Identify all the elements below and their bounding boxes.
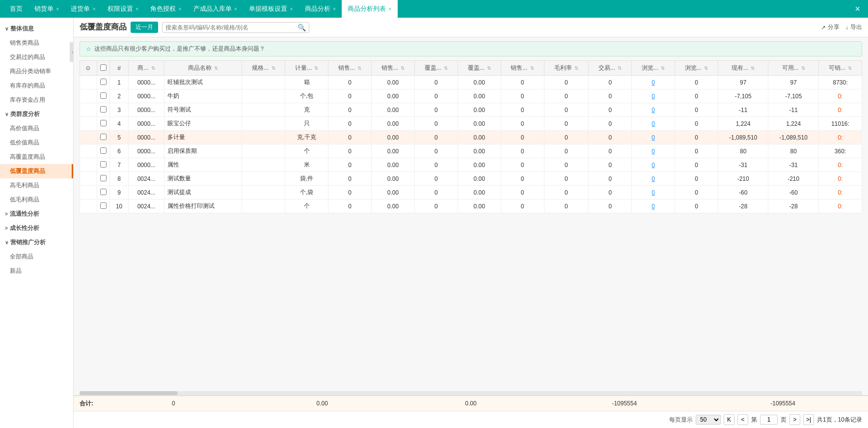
row-checkbox[interactable] [100, 202, 107, 209]
col-trade[interactable]: 交易... ⇅ [589, 61, 632, 76]
nav-product-analysis-close[interactable]: × [333, 6, 336, 12]
row-checkbox-cell[interactable] [97, 89, 109, 103]
col-code[interactable]: 商... ⇅ [129, 61, 164, 76]
sidebar-section-liquidity[interactable]: > 流通性分析 [0, 207, 73, 221]
nav-sales-close[interactable]: × [56, 6, 59, 12]
row-browse1[interactable]: 0 [632, 144, 675, 158]
row-checkbox-cell[interactable] [97, 186, 109, 200]
row-browse1[interactable]: 0 [632, 158, 675, 172]
row-checkbox[interactable] [100, 161, 107, 168]
settings-icon[interactable]: ⚙ [85, 65, 91, 72]
next-page-button[interactable]: > [789, 414, 800, 425]
sidebar-item-high-value[interactable]: 高价值商品 [0, 121, 73, 136]
nav-product-analysis-list-close[interactable]: × [388, 6, 391, 12]
col-browse1[interactable]: 浏览... ⇅ [632, 61, 675, 76]
row-browse1[interactable]: 0 [632, 131, 675, 144]
nav-purchase[interactable]: 进货单 × [65, 0, 101, 18]
row-browse1[interactable]: 0 [632, 172, 675, 186]
col-browse2[interactable]: 浏览... ⇅ [675, 61, 718, 76]
col-spec[interactable]: 规格... ⇅ [242, 61, 285, 76]
search-icon[interactable]: 🔍 [298, 24, 306, 31]
export-button[interactable]: ↓ 导出 [845, 23, 862, 31]
nav-permissions[interactable]: 权限设置 × [102, 0, 144, 18]
period-button[interactable]: 近一月 [131, 22, 158, 33]
sidebar-section-growth[interactable]: > 成长性分析 [0, 221, 73, 235]
nav-finished-goods-close[interactable]: × [234, 6, 237, 12]
row-browse1[interactable]: 0 [632, 117, 675, 131]
row-checkbox-cell[interactable] [97, 76, 109, 89]
col-gross-rate[interactable]: 毛利率 ⇅ [544, 61, 589, 76]
sidebar-item-category-rate[interactable]: 商品分类动销率 [0, 64, 73, 79]
sidebar-item-in-stock[interactable]: 有库存的商品 [0, 79, 73, 93]
row-checkbox-cell[interactable] [97, 200, 109, 213]
sidebar-item-low-coverage[interactable]: 低覆盖度商品 [0, 164, 73, 178]
horizontal-scrollbar[interactable] [80, 391, 862, 395]
col-available-stock[interactable]: 可用... ⇅ [768, 61, 819, 76]
col-current-stock[interactable]: 现有... ⇅ [718, 61, 768, 76]
first-page-button[interactable]: K [724, 414, 734, 425]
nav-purchase-close[interactable]: × [92, 6, 95, 12]
row-checkbox-cell[interactable] [97, 131, 109, 144]
row-browse1[interactable]: 0 [632, 200, 675, 213]
nav-sales[interactable]: 销货单 × [28, 0, 65, 18]
sidebar-item-high-profit[interactable]: 高毛利商品 [0, 178, 73, 193]
page-size-select[interactable]: 50 20 100 [696, 415, 721, 425]
page-number-input[interactable] [760, 415, 778, 425]
sidebar-item-new-goods[interactable]: 新品 [0, 264, 73, 278]
row-browse1[interactable]: 0 [632, 76, 675, 89]
sidebar-item-high-coverage[interactable]: 高覆盖度商品 [0, 150, 73, 164]
share-button[interactable]: ↗ 分享 [821, 23, 840, 31]
col-name[interactable]: 商品名称 ⇅ [164, 61, 242, 76]
row-checkbox[interactable] [100, 189, 107, 195]
scrollbar-thumb[interactable] [80, 391, 178, 395]
row-browse1[interactable]: 0 [632, 89, 675, 103]
row-checkbox-cell[interactable] [97, 103, 109, 117]
sidebar-section-marketing[interactable]: ∨ 营销推广分析 [0, 235, 73, 250]
col-settings[interactable]: ⚙ [80, 61, 97, 76]
sidebar-section-cluster[interactable]: ∨ 类群度分析 [0, 107, 73, 121]
row-checkbox[interactable] [100, 79, 107, 85]
row-checkbox[interactable] [100, 147, 107, 154]
col-sellable[interactable]: 可销... ⇅ [818, 61, 862, 76]
sidebar-item-low-profit[interactable]: 低毛利商品 [0, 193, 73, 207]
row-checkbox[interactable] [100, 92, 107, 99]
nav-template-close[interactable]: × [290, 6, 293, 12]
nav-finished-goods[interactable]: 产成品入库单 × [188, 0, 243, 18]
row-checkbox[interactable] [100, 175, 107, 181]
sidebar-item-stock-capital[interactable]: 库存资金占用 [0, 93, 73, 107]
col-coverage2[interactable]: 覆盖... ⇅ [458, 61, 501, 76]
last-page-button[interactable]: >| [803, 414, 814, 425]
nav-template[interactable]: 单据模板设置 × [243, 0, 298, 18]
nav-home[interactable]: 首页 [4, 0, 28, 18]
nav-product-analysis-list[interactable]: 商品分析列表 × [342, 0, 397, 18]
row-checkbox-cell[interactable] [97, 158, 109, 172]
sidebar-item-all-goods[interactable]: 全部商品 [0, 250, 73, 264]
row-checkbox[interactable] [100, 134, 107, 140]
prev-page-button[interactable]: < [737, 414, 748, 425]
sidebar-collapse-button[interactable]: « [70, 42, 74, 62]
row-browse1[interactable]: 0 [632, 186, 675, 200]
row-checkbox-cell[interactable] [97, 144, 109, 158]
sidebar-item-traded-goods[interactable]: 交易过的商品 [0, 50, 73, 64]
nav-permissions-close[interactable]: × [136, 6, 138, 12]
sidebar-item-sales-goods[interactable]: 销售类商品 [0, 36, 73, 50]
col-checkbox[interactable] [97, 61, 109, 76]
row-checkbox-cell[interactable] [97, 117, 109, 131]
nav-product-analysis[interactable]: 商品分析 × [299, 0, 342, 18]
row-checkbox[interactable] [100, 106, 107, 113]
row-checkbox-cell[interactable] [97, 172, 109, 186]
col-sales-count[interactable]: 销售... ⇅ [328, 61, 372, 76]
col-sales-days[interactable]: 销售... ⇅ [501, 61, 544, 76]
sidebar-item-low-value[interactable]: 低价值商品 [0, 136, 73, 150]
sidebar-section-overall[interactable]: ∨ 整体信息 [0, 22, 73, 36]
select-all-checkbox[interactable] [100, 64, 107, 71]
col-sales-amount[interactable]: 销售... ⇅ [372, 61, 415, 76]
close-all-button[interactable]: × [851, 4, 864, 14]
search-input[interactable] [165, 24, 298, 31]
nav-role-close[interactable]: × [178, 6, 181, 12]
col-coverage1[interactable]: 覆盖... ⇅ [414, 61, 458, 76]
row-checkbox[interactable] [100, 120, 107, 126]
row-browse1[interactable]: 0 [632, 103, 675, 117]
nav-role[interactable]: 角色授权 × [144, 0, 187, 18]
col-unit[interactable]: 计量... ⇅ [285, 61, 328, 76]
